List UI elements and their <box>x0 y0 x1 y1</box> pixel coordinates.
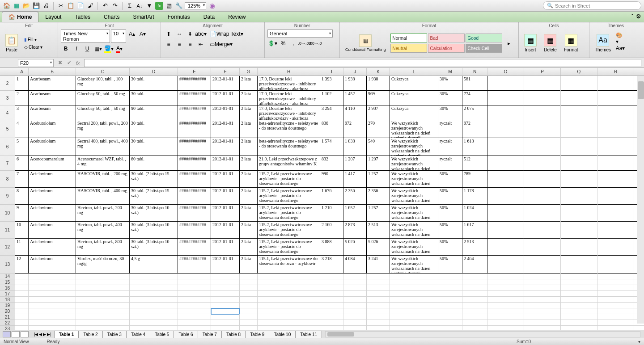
clear-button[interactable]: ◇Clear ▾ <box>22 44 44 50</box>
cell[interactable] <box>390 320 438 326</box>
cell[interactable]: 972 <box>462 120 487 138</box>
cell[interactable] <box>597 291 634 297</box>
cell[interactable] <box>561 171 597 188</box>
align-middle-icon[interactable]: ↔ <box>174 29 184 38</box>
cell[interactable] <box>15 273 29 279</box>
cell[interactable] <box>597 308 634 314</box>
row-header[interactable]: 11 <box>0 222 15 239</box>
cell[interactable]: Acebutololum <box>29 138 76 156</box>
cell[interactable]: 1 417 <box>343 171 367 188</box>
cell[interactable]: 1 574 <box>320 138 343 156</box>
row-header[interactable]: 6 <box>0 138 15 156</box>
cell[interactable] <box>320 285 343 291</box>
cell[interactable] <box>367 314 390 320</box>
cell[interactable] <box>487 156 524 171</box>
col-header-E[interactable]: E <box>178 68 211 76</box>
cell[interactable] <box>487 188 524 205</box>
cell[interactable]: 2 lata <box>240 256 258 273</box>
cell[interactable] <box>367 291 390 297</box>
print-icon[interactable]: 🖨 <box>42 2 50 10</box>
cell[interactable] <box>240 308 258 314</box>
cell[interactable] <box>240 303 258 308</box>
cell[interactable]: 6 <box>15 156 29 171</box>
cell[interactable]: 512 <box>462 156 487 171</box>
style-neutral[interactable]: Neutral <box>390 44 427 53</box>
cell[interactable]: 1 393 <box>320 76 343 91</box>
cell[interactable] <box>597 303 634 308</box>
cell[interactable]: 115.2, Leki przeciwwirusowe - acyklowir … <box>258 239 320 256</box>
cell[interactable]: 2 lata <box>240 222 258 239</box>
cell[interactable]: 836 <box>320 120 343 138</box>
cell[interactable] <box>487 314 524 320</box>
cell[interactable] <box>240 314 258 320</box>
cell[interactable] <box>438 314 462 320</box>
tab-charts[interactable]: Charts <box>97 12 126 22</box>
theme-fonts-icon[interactable]: Aa▾ <box>615 44 625 53</box>
cell[interactable] <box>211 273 240 279</box>
align-right-icon[interactable]: ≡ <box>185 40 195 49</box>
style-check[interactable]: Check Cell <box>466 44 502 53</box>
cell[interactable]: ############ <box>178 171 211 188</box>
cell[interactable] <box>561 314 597 320</box>
cell[interactable]: 5 026 <box>343 239 367 256</box>
cell[interactable] <box>597 320 634 326</box>
cell[interactable]: 3 <box>15 105 29 120</box>
cell[interactable] <box>561 105 597 120</box>
cell[interactable]: 2 160 <box>320 222 343 239</box>
cell[interactable] <box>524 171 561 188</box>
cell[interactable]: 1 257 <box>367 171 390 188</box>
name-box[interactable]: F20 <box>18 59 54 67</box>
row-header[interactable]: 19 <box>0 303 15 308</box>
cut-icon[interactable]: ✂ <box>57 2 65 10</box>
cell[interactable]: 2012-01-01 <box>211 120 240 138</box>
tab-smartart[interactable]: SmartArt <box>126 12 161 22</box>
cell[interactable] <box>487 256 524 273</box>
cell[interactable]: ############ <box>178 105 211 120</box>
cell[interactable] <box>524 291 561 297</box>
row-header[interactable]: 7 <box>0 156 15 171</box>
cell[interactable]: HASCOVIR, tabl. , 400 mg <box>76 188 130 205</box>
cell[interactable] <box>524 279 561 285</box>
tab-data[interactable]: Data <box>197 12 221 22</box>
cell[interactable] <box>29 303 76 308</box>
autosum-icon[interactable]: Σ <box>126 2 134 10</box>
cell[interactable] <box>438 320 462 326</box>
cell[interactable] <box>524 308 561 314</box>
home-icon[interactable]: 🏠 <box>3 2 11 10</box>
cell[interactable] <box>320 303 343 308</box>
cell[interactable] <box>597 273 634 279</box>
row-header[interactable]: 10 <box>0 205 15 222</box>
cell[interactable]: 1 207 <box>343 156 367 171</box>
cell[interactable]: 2 lata <box>240 171 258 188</box>
theme-colors-icon[interactable]: 🎨▾ <box>615 34 625 43</box>
cell[interactable] <box>15 279 29 285</box>
cell[interactable] <box>76 303 130 308</box>
format-painter-icon[interactable]: 🖌 <box>86 2 94 10</box>
cell[interactable] <box>462 273 487 279</box>
cells-area[interactable]: 1AcarbosumGlucobay 100, tabl. , 100 mg30… <box>15 76 644 331</box>
cell[interactable] <box>258 303 320 308</box>
cell[interactable]: 1 618 <box>462 138 487 156</box>
cell[interactable] <box>561 120 597 138</box>
redo-icon[interactable]: ↷ <box>111 2 119 10</box>
style-normal[interactable]: Normal <box>390 34 427 42</box>
cell[interactable]: 1 617 <box>462 222 487 239</box>
cell[interactable] <box>597 105 634 120</box>
cell[interactable] <box>390 291 438 297</box>
cell[interactable] <box>178 303 211 308</box>
row-header[interactable]: 12 <box>0 239 15 256</box>
formula-input[interactable] <box>84 59 641 67</box>
cell[interactable] <box>561 279 597 285</box>
cell[interactable]: ############ <box>178 205 211 222</box>
cell[interactable]: Cukrzyca <box>390 76 438 91</box>
row-header[interactable]: 9 <box>0 188 15 205</box>
cell[interactable]: Glucobay 50, tabl. , 50 mg <box>76 91 130 105</box>
cell[interactable]: Virolex, maść do oczu, 30 mg/g <box>76 256 130 273</box>
cell[interactable]: Aciclovirum <box>29 222 76 239</box>
cell[interactable] <box>258 308 320 314</box>
cell[interactable] <box>258 279 320 285</box>
cell[interactable]: 2012-01-01 <box>211 138 240 156</box>
cell[interactable] <box>597 297 634 303</box>
cell[interactable]: 50% <box>438 239 462 256</box>
orientation-icon[interactable]: abc▾ <box>196 29 206 38</box>
